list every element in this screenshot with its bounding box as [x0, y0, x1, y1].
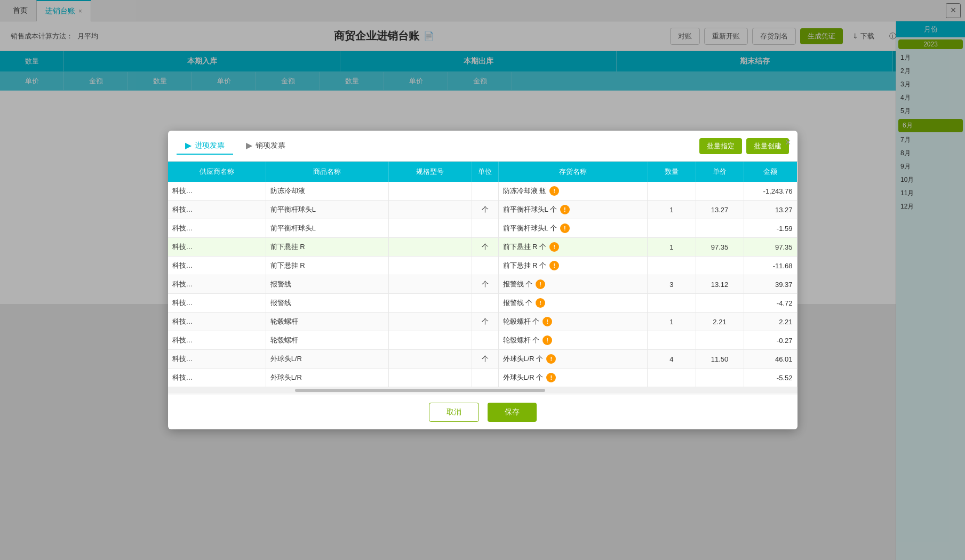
col-amount: 金额 [744, 162, 797, 182]
modal-header: ▶ 进项发票 ▶ 销项发票 批量指定 批量创建 × [168, 131, 797, 162]
cell-unit-price: 2.21 [696, 313, 744, 331]
outgoing-icon: ▶ [246, 140, 252, 150]
cell-product: 前平衡杆球头L [266, 201, 388, 219]
table-row[interactable]: 科技… 外球头L/R 个 外球头L/R 个 ! 4 11.50 46.01 [168, 350, 797, 369]
col-spec: 规格型号 [389, 162, 472, 182]
incoming-icon: ▶ [185, 140, 192, 150]
table-row[interactable]: 科技… 报警线 个 报警线 个 ! 3 13.12 39.37 [168, 275, 797, 294]
cell-stock: 外球头L/R 个 ! [499, 350, 648, 368]
cell-stock: 前下悬挂 R 个 ! [499, 238, 648, 256]
modal-dialog: ▶ 进项发票 ▶ 销项发票 批量指定 批量创建 × 供应商名称 商品名称 规格型… [168, 131, 797, 429]
cell-supplier: 科技… [168, 201, 266, 219]
cell-supplier: 科技… [168, 313, 266, 331]
warning-icon: ! [560, 205, 570, 214]
cell-supplier: 科技… [168, 275, 266, 294]
warning-icon: ! [549, 242, 559, 252]
col-qty: 数量 [648, 162, 696, 182]
cell-unit: 个 [472, 238, 498, 257]
cell-unit-price [696, 331, 744, 350]
cell-product: 报警线 [266, 294, 388, 313]
cancel-button[interactable]: 取消 [429, 403, 479, 422]
table-row[interactable]: 科技… 报警线 报警线 个 ! -4.72 [168, 294, 797, 313]
cell-unit [472, 182, 498, 201]
cell-amount: 13.27 [744, 201, 797, 219]
warning-icon: ! [546, 373, 556, 382]
col-unit: 单位 [472, 162, 498, 182]
cell-stock: 防冻冷却液 瓶 ! [499, 182, 648, 200]
modal-close-button[interactable]: × [785, 137, 791, 148]
cell-spec [389, 275, 472, 294]
batch-create-button[interactable]: 批量创建 [746, 138, 789, 154]
cell-amount: -0.27 [744, 331, 797, 350]
cell-product: 防冻冷却液 [266, 182, 388, 201]
cell-stock: 前平衡杆球头L 个 ! [499, 201, 648, 219]
table-row[interactable]: 科技… 轮毂螺杆 个 轮毂螺杆 个 ! 1 2.21 2.21 [168, 313, 797, 331]
table-row[interactable]: 科技… 外球头L/R 外球头L/R 个 ! -5.52 [168, 369, 797, 387]
cell-spec [389, 182, 472, 201]
cell-spec [389, 257, 472, 275]
warning-icon: ! [546, 354, 556, 364]
cell-unit-price: 13.12 [696, 275, 744, 294]
cell-qty [648, 331, 696, 350]
cell-spec [389, 313, 472, 331]
warning-icon: ! [549, 261, 559, 270]
cell-qty: 1 [648, 313, 696, 331]
tab-outgoing-invoice[interactable]: ▶ 销项发票 [237, 137, 294, 155]
cell-supplier: 科技… [168, 369, 266, 387]
modal-header-buttons: 批量指定 批量创建 [699, 138, 789, 154]
horizontal-scrollbar[interactable] [168, 387, 797, 394]
cell-amount: -4.72 [744, 294, 797, 313]
cell-product: 外球头L/R [266, 369, 388, 387]
warning-icon: ! [543, 335, 552, 345]
warning-icon: ! [560, 223, 570, 233]
cell-product: 前下悬挂 R [266, 238, 388, 257]
cell-unit-price [696, 219, 744, 238]
cell-qty [648, 369, 696, 387]
cell-unit-price [696, 257, 744, 275]
cell-unit [472, 219, 498, 238]
table-row[interactable]: 科技… 前下悬挂 R 个 前下悬挂 R 个 ! 1 97.35 97.35 [168, 238, 797, 257]
cell-amount: 97.35 [744, 238, 797, 257]
cell-qty [648, 294, 696, 313]
cell-qty: 3 [648, 275, 696, 294]
cell-spec [389, 219, 472, 238]
cell-supplier: 科技… [168, 182, 266, 201]
cell-product: 轮毂螺杆 [266, 313, 388, 331]
table-row[interactable]: 科技… 防冻冷却液 防冻冷却液 瓶 ! -1,243.76 [168, 182, 797, 201]
table-row[interactable]: 科技… 前下悬挂 R 前下悬挂 R 个 ! -11.68 [168, 257, 797, 275]
cell-supplier: 科技… [168, 257, 266, 275]
cell-unit-price [696, 182, 744, 201]
batch-assign-button[interactable]: 批量指定 [699, 138, 742, 154]
cell-stock: 前下悬挂 R 个 ! [499, 257, 648, 275]
modal-footer: 取消 保存 [168, 395, 797, 429]
cell-supplier: 科技… [168, 350, 266, 369]
col-product: 商品名称 [266, 162, 388, 182]
tab-incoming-invoice[interactable]: ▶ 进项发票 [177, 137, 233, 155]
cell-stock: 报警线 个 ! [499, 294, 648, 312]
cell-unit [472, 331, 498, 350]
save-button[interactable]: 保存 [488, 403, 537, 422]
cell-amount: -11.68 [744, 257, 797, 275]
cell-unit: 个 [472, 201, 498, 219]
cell-stock: 轮毂螺杆 个 ! [499, 313, 648, 331]
cell-unit-price: 97.35 [696, 238, 744, 257]
col-stock-name: 存货名称 [498, 162, 648, 182]
warning-icon: ! [549, 186, 559, 196]
table-row[interactable]: 科技… 轮毂螺杆 轮毂螺杆 个 ! -0.27 [168, 331, 797, 350]
cell-unit [472, 294, 498, 313]
cell-unit-price: 13.27 [696, 201, 744, 219]
cell-qty [648, 257, 696, 275]
cell-qty: 1 [648, 201, 696, 219]
cell-amount: 46.01 [744, 350, 797, 369]
cell-spec [389, 294, 472, 313]
cell-unit: 个 [472, 275, 498, 294]
warning-icon: ! [536, 298, 545, 308]
table-row[interactable]: 科技… 前平衡杆球头L 前平衡杆球头L 个 ! -1.59 [168, 219, 797, 238]
table-row[interactable]: 科技… 前平衡杆球头L 个 前平衡杆球头L 个 ! 1 13.27 13.27 [168, 201, 797, 219]
cell-product: 外球头L/R [266, 350, 388, 369]
cell-amount: -5.52 [744, 369, 797, 387]
modal-table-container[interactable]: 供应商名称 商品名称 规格型号 单位 存货名称 数量 单价 金额 科技… 防冻冷… [168, 162, 797, 395]
cell-unit [472, 369, 498, 387]
cell-unit-price: 11.50 [696, 350, 744, 369]
cell-unit-price [696, 369, 744, 387]
